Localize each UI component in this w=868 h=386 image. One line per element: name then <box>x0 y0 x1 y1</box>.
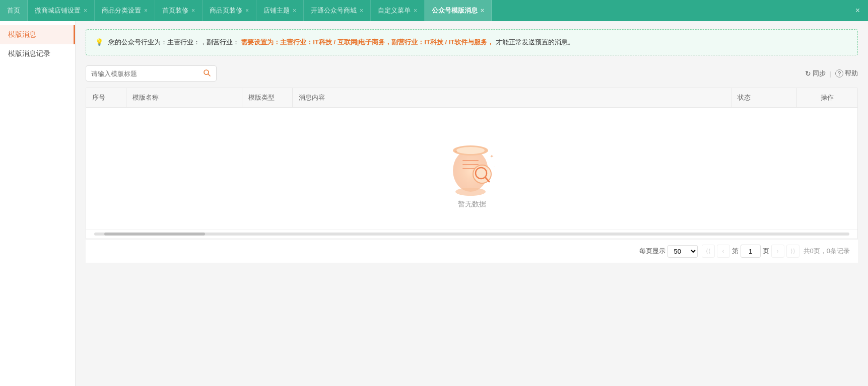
th-content: 消息内容 <box>293 88 731 107</box>
tab-template-message-label: 公众号模版消息 <box>432 6 478 15</box>
page-nav: ⟨⟨ ‹ 第 页 › ⟩⟩ <box>702 245 799 258</box>
tab-home[interactable]: 首页 <box>0 0 28 21</box>
tab-open-mall[interactable]: 开通公众号商城 × <box>304 0 371 21</box>
prev-page-button[interactable]: ‹ <box>717 245 730 258</box>
tab-shop-settings-close[interactable]: × <box>84 7 87 14</box>
tab-homepage-decoration-label: 首页装修 <box>162 6 188 15</box>
tab-custom-menu[interactable]: 自定义菜单 × <box>371 0 425 21</box>
tab-category-settings-close[interactable]: × <box>144 7 148 14</box>
tab-product-decoration-label: 商品页装修 <box>210 6 242 15</box>
tab-bar-global-close[interactable]: × <box>847 6 868 15</box>
toolbar-divider: | <box>830 70 831 78</box>
table-header: 序号 模版名称 模版类型 消息内容 状态 操作 <box>86 88 857 108</box>
tab-shop-settings[interactable]: 微商城店铺设置 × <box>28 0 95 21</box>
sync-button[interactable]: ↻ 同步 <box>805 69 826 78</box>
tab-category-settings-label: 商品分类设置 <box>102 6 141 15</box>
page-label-before: 第 <box>732 247 739 256</box>
tab-shop-theme[interactable]: 店铺主题 × <box>256 0 304 21</box>
tab-product-decoration[interactable]: 商品页装修 × <box>203 0 256 21</box>
tab-template-message[interactable]: 公众号模版消息 × <box>425 0 492 21</box>
empty-illustration: ✦ ✦ · <box>439 133 505 200</box>
search-button[interactable] <box>203 69 211 79</box>
page-size-dropdown[interactable]: 50 20 100 <box>667 245 698 258</box>
current-page-input[interactable] <box>741 245 761 258</box>
sidebar-item-template-message-log[interactable]: 模版消息记录 <box>0 44 75 63</box>
svg-point-11 <box>455 188 486 196</box>
search-input-wrap <box>86 65 217 82</box>
tab-open-mall-close[interactable]: × <box>360 7 363 14</box>
th-status: 状态 <box>731 88 797 107</box>
tab-homepage-decoration[interactable]: 首页装修 × <box>155 0 203 21</box>
scrollbar-thumb[interactable] <box>104 233 205 236</box>
first-page-button[interactable]: ⟨⟨ <box>702 245 715 258</box>
tab-shop-theme-close[interactable]: × <box>293 7 296 14</box>
last-page-button[interactable]: ⟩⟩ <box>786 245 799 258</box>
content-area: 💡 您的公众号行业为：主营行业：，副营行业： 需要设置为：主营行业：IT科技 /… <box>76 21 868 386</box>
pagination-row: 每页显示 50 20 100 ⟨⟨ ‹ 第 页 › ⟩⟩ 共0页，0条记录 <box>86 239 858 263</box>
scrollbar-track[interactable] <box>94 233 849 236</box>
sidebar-item-template-message-log-label: 模版消息记录 <box>8 49 50 57</box>
sidebar-item-template-message[interactable]: 模版消息 <box>0 25 75 44</box>
svg-line-1 <box>208 74 210 76</box>
help-label: 帮助 <box>845 69 858 78</box>
th-seq: 序号 <box>86 88 126 107</box>
total-info: 共0页，0条记录 <box>804 247 850 256</box>
th-name: 模版名称 <box>126 88 242 107</box>
sync-label: 同步 <box>813 69 826 78</box>
help-button[interactable]: ? 帮助 <box>835 69 858 78</box>
tab-open-mall-label: 开通公众号商城 <box>311 6 357 15</box>
tab-template-message-close[interactable]: × <box>481 7 484 14</box>
search-input[interactable] <box>91 70 203 78</box>
tab-product-decoration-close[interactable]: × <box>245 7 249 14</box>
svg-text:·: · <box>494 165 495 169</box>
svg-text:✦: ✦ <box>490 153 494 159</box>
th-type: 模版类型 <box>242 88 293 107</box>
data-table: 序号 模版名称 模版类型 消息内容 状态 操作 <box>86 88 858 239</box>
search-row: ↻ 同步 | ? 帮助 <box>86 65 858 82</box>
tab-home-label: 首页 <box>7 6 20 15</box>
notice-icon: 💡 <box>95 38 103 46</box>
toolbar-right: ↻ 同步 | ? 帮助 <box>805 69 858 78</box>
page-size-label: 每页显示 <box>639 247 665 256</box>
tab-custom-menu-label: 自定义菜单 <box>378 6 411 15</box>
next-page-button[interactable]: › <box>771 245 784 258</box>
main-layout: 模版消息 模版消息记录 💡 您的公众号行业为：主营行业：，副营行业： 需要设置为… <box>0 21 868 386</box>
th-action: 操作 <box>797 88 857 107</box>
page-size-select: 每页显示 50 20 100 <box>639 245 698 258</box>
svg-point-4 <box>456 147 485 154</box>
sync-icon: ↻ <box>805 69 811 78</box>
help-icon: ? <box>835 69 843 78</box>
tab-bar: 首页 微商城店铺设置 × 商品分类设置 × 首页装修 × 商品页装修 × 店铺主… <box>0 0 868 21</box>
svg-text:✦: ✦ <box>454 149 458 154</box>
empty-text: 暂无数据 <box>458 200 486 209</box>
page-label-after: 页 <box>763 247 769 256</box>
notice-highlight: 需要设置为：主营行业：IT科技 / 互联网|电子商务，副营行业：IT科技 / I… <box>241 38 494 46</box>
sidebar-item-template-message-label: 模版消息 <box>8 30 36 38</box>
tab-shop-theme-label: 店铺主题 <box>263 6 290 15</box>
notice-box: 💡 您的公众号行业为：主营行业：，副营行业： 需要设置为：主营行业：IT科技 /… <box>86 29 858 55</box>
tab-custom-menu-close[interactable]: × <box>414 7 417 14</box>
scrollbar-row <box>86 229 857 239</box>
tab-shop-settings-label: 微商城店铺设置 <box>35 6 81 15</box>
tab-category-settings[interactable]: 商品分类设置 × <box>95 0 155 21</box>
notice-text-after: 才能正常发送预置的消息。 <box>496 38 574 46</box>
tab-homepage-decoration-close[interactable]: × <box>191 7 195 14</box>
empty-state: ✦ ✦ · 暂无数据 <box>86 108 857 229</box>
notice-text-before: 您的公众号行业为：主营行业：，副营行业： <box>108 38 239 46</box>
sidebar: 模版消息 模版消息记录 <box>0 21 76 386</box>
